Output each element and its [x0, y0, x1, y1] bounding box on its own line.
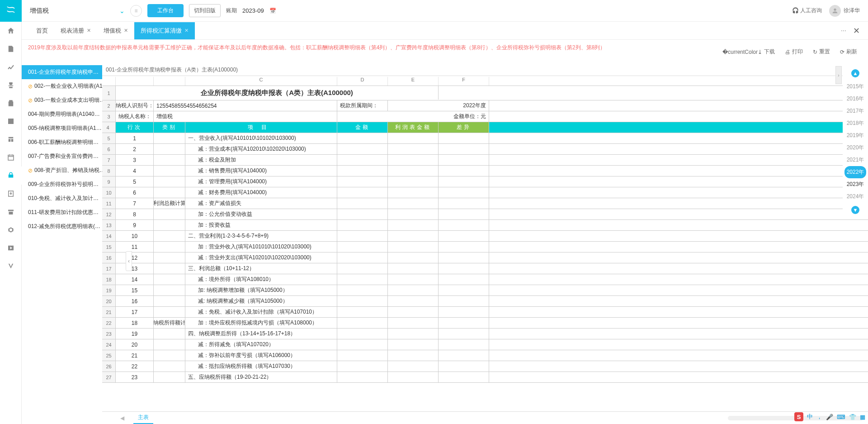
cell-category[interactable] [154, 166, 185, 176]
cell-item[interactable]: 三、利润总额（10+11-12） [185, 263, 337, 274]
sheet-prev-icon[interactable]: ◀ [120, 415, 124, 421]
cell-diff[interactable] [439, 252, 489, 263]
year-down-icon[interactable]: ▼ [851, 206, 859, 214]
cell-line-no[interactable]: 2 [116, 144, 154, 154]
form-list-item[interactable]: 009-企业所得税弥补亏损明… [22, 177, 102, 191]
cell-category[interactable] [154, 187, 185, 198]
cell-diff[interactable] [439, 361, 489, 372]
cell-category[interactable] [154, 133, 185, 143]
form-list-item[interactable]: 007-广告费和业务宣传费跨… [22, 149, 102, 163]
cell-category[interactable] [154, 274, 185, 285]
cell-item[interactable]: 加：公允价值变动收益 [185, 209, 337, 219]
year-option[interactable]: 2020年 [844, 142, 866, 154]
cell-diff[interactable] [439, 318, 489, 328]
row-number[interactable]: 25 [102, 350, 116, 361]
cell-line-no[interactable]: 6 [116, 187, 154, 198]
meta-label[interactable]: 纳税人名称： [116, 111, 154, 122]
row-number[interactable]: 12 [102, 209, 116, 219]
print-button[interactable]: 🖨 打印 [785, 48, 803, 56]
cell-category[interactable] [154, 176, 185, 187]
cell-pl-amount[interactable] [388, 133, 439, 143]
list-icon-button[interactable]: ≡ [130, 5, 142, 17]
year-option[interactable]: 2018年 [844, 117, 866, 129]
meta[interactable]: 2022年度 [388, 100, 489, 111]
cell-diff[interactable] [439, 166, 489, 176]
cell-category[interactable] [154, 350, 185, 361]
form-list-item[interactable]: ⊘003-一般企业成本支出明细… [22, 93, 102, 107]
cell-line-no[interactable]: 15 [116, 285, 154, 295]
collapse-left-icon[interactable]: ‹ [126, 251, 132, 271]
ime-lang[interactable]: 中 [807, 413, 813, 421]
year-up-icon[interactable]: ▲ [851, 69, 859, 77]
cell-amount[interactable] [337, 187, 388, 198]
sheet-file-tab[interactable]: 001-企业所得税年度纳税申报表（A类）主表(A100000) [102, 64, 868, 76]
col-header[interactable]: 类别 [154, 122, 185, 133]
cell-item[interactable]: 一、营业收入(填写A101010\101020\103000) [185, 133, 337, 143]
year-option[interactable]: 2023年 [844, 178, 866, 191]
cell-amount[interactable] [337, 329, 388, 339]
row-number[interactable]: 21 [102, 307, 116, 317]
cell-item[interactable]: 减：营业外支出(填写A102010\102020\103000) [185, 252, 337, 263]
form-list-item[interactable]: 010-免税、减计收入及加计… [22, 191, 102, 205]
cell-diff[interactable] [439, 155, 489, 165]
cell-line-no[interactable]: 17 [116, 307, 154, 317]
tab-增值税[interactable]: 增值税✕ [97, 22, 134, 39]
row-number[interactable]: 8 [102, 166, 116, 176]
cell-diff[interactable] [439, 339, 489, 350]
cell-pl-amount[interactable] [388, 263, 439, 274]
cell-pl-amount[interactable] [388, 155, 439, 165]
row-number[interactable]: 27 [102, 372, 116, 382]
cell-category[interactable] [154, 252, 185, 263]
cell-pl-amount[interactable] [388, 242, 439, 252]
year-option[interactable]: 2016年 [844, 93, 866, 105]
cell-category[interactable] [154, 329, 185, 339]
row-number[interactable]: 6 [102, 144, 116, 154]
cell-line-no[interactable]: 1 [116, 133, 154, 143]
nav-chart-icon[interactable] [0, 58, 22, 76]
form-list-item[interactable]: 005-纳税调整项目明细表(A1… [22, 121, 102, 135]
year-option[interactable]: 2021年 [844, 154, 866, 166]
year-option[interactable]: 2019年 [844, 129, 866, 142]
cell-diff[interactable] [439, 263, 489, 274]
cell-diff[interactable] [439, 350, 489, 361]
period-value[interactable]: 2023-09 [242, 7, 264, 14]
cell-amount[interactable] [337, 318, 388, 328]
cell-amount[interactable] [337, 220, 388, 230]
cell-amount[interactable] [337, 350, 388, 361]
tab-首页[interactable]: 首页 [30, 22, 54, 39]
year-option[interactable]: 2022年 [844, 166, 866, 178]
company-selector[interactable]: 增值税 ⌄ [30, 7, 125, 15]
row-number[interactable]: 13 [102, 220, 116, 230]
year-option[interactable]: 2017年 [844, 105, 866, 117]
cell-category[interactable] [154, 361, 185, 372]
cell-category[interactable] [154, 339, 185, 350]
cell-diff[interactable] [439, 372, 489, 382]
row-number[interactable]: 1 [102, 86, 116, 100]
cell-item[interactable]: 加: 纳税调整增加额（填写A105000） [185, 285, 337, 295]
form-list-item[interactable]: ⊘008-资产折旧、摊销及纳税… [22, 163, 102, 177]
cell-category[interactable] [154, 242, 185, 252]
cell-line-no[interactable]: 21 [116, 350, 154, 361]
reset-button[interactable]: ↻ 重置 [813, 48, 830, 56]
form-list-item[interactable]: 006-职工薪酬纳税调整明细… [22, 135, 102, 149]
nav-video-icon[interactable] [0, 239, 22, 257]
user-menu[interactable]: 徐泽华 [829, 5, 860, 17]
year-option[interactable]: 2015年 [844, 81, 866, 93]
cell-diff[interactable] [439, 133, 489, 143]
cell-item[interactable]: 减：境外所得（填写A108010） [185, 274, 337, 285]
nav-money-icon[interactable] [0, 76, 22, 94]
cell-line-no[interactable]: 16 [116, 296, 154, 306]
row-number[interactable]: 18 [102, 274, 116, 285]
cell-amount[interactable] [337, 133, 388, 143]
cell-item[interactable]: 减：弥补以前年度亏损（填写A106000） [185, 350, 337, 361]
close-icon[interactable]: ✕ [124, 28, 128, 33]
cell-diff[interactable] [439, 231, 489, 241]
cell-amount[interactable] [337, 296, 388, 306]
calendar-icon[interactable]: 📅 [269, 8, 276, 14]
cell-item[interactable]: 减：抵扣应纳税所得额（填写A107030） [185, 361, 337, 372]
cell-amount[interactable] [337, 263, 388, 274]
form-list-item[interactable]: ⊘002-一般企业收入明细表(A1… [22, 79, 102, 93]
cell-pl-amount[interactable] [388, 329, 439, 339]
cell-item[interactable]: 减：所得减免（填写A107020） [185, 339, 337, 350]
cell-item[interactable]: 二、营业利润(1-2-3-4-5-6-7+8+9) [185, 231, 337, 241]
